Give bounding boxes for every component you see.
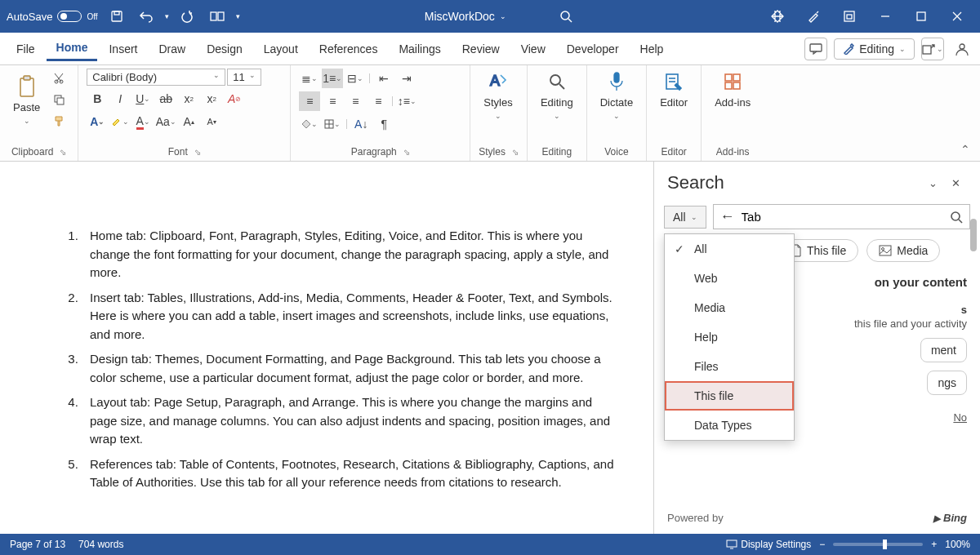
collapse-pane-button[interactable]: ⌄ — [921, 171, 944, 194]
chip-media[interactable]: Media — [866, 239, 940, 262]
tab-draw[interactable]: Draw — [149, 38, 195, 60]
font-name-select[interactable]: Calibri (Body)⌄ — [87, 69, 225, 86]
zoom-in-button[interactable]: + — [931, 539, 937, 550]
dropdown-item-help[interactable]: Help — [665, 322, 794, 352]
paste-button[interactable]: Paste ⌄ — [8, 69, 45, 131]
tab-mailings[interactable]: Mailings — [389, 38, 450, 60]
svg-text:A: A — [490, 73, 500, 89]
dropdown-item-data-types[interactable]: Data Types — [665, 411, 794, 440]
decrease-indent-button[interactable]: ⇤ — [373, 69, 394, 88]
dialog-launcher-icon[interactable]: ⬂ — [194, 148, 201, 157]
tab-home[interactable]: Home — [47, 36, 98, 61]
document-canvas[interactable]: Home tab: Clipboard, Font, Paragraph, St… — [0, 162, 653, 534]
maximize-button[interactable] — [905, 4, 938, 29]
search-icon[interactable] — [950, 211, 963, 224]
minimize-button[interactable] — [869, 4, 902, 29]
strikethrough-button[interactable]: ab — [155, 89, 176, 109]
tab-insert[interactable]: Insert — [99, 38, 147, 60]
search-input[interactable] — [742, 210, 943, 224]
increase-indent-button[interactable]: ⇥ — [396, 69, 417, 88]
qat-icon[interactable] — [207, 6, 228, 27]
editor-icon — [662, 70, 685, 93]
document-title[interactable]: MiscWorkDoc ⌄ — [425, 10, 506, 23]
scrollbar-thumb[interactable] — [970, 219, 977, 251]
underline-button[interactable]: U⌄ — [132, 89, 154, 109]
highlight-button[interactable]: ⌄ — [109, 112, 131, 131]
clear-formatting-button[interactable]: A⊘ — [224, 89, 245, 109]
tab-design[interactable]: Design — [197, 38, 252, 60]
bold-button[interactable]: B — [87, 89, 108, 109]
tab-review[interactable]: Review — [452, 38, 510, 60]
multilevel-button[interactable]: ⊟⌄ — [345, 69, 366, 88]
editing-mode-button[interactable]: Editing ⌄ — [834, 38, 915, 60]
display-settings-button[interactable]: Display Settings — [726, 539, 811, 550]
diamond-icon[interactable] — [761, 4, 794, 29]
redo-icon[interactable] — [177, 6, 198, 27]
numbering-button[interactable]: 1≡⌄ — [322, 69, 343, 88]
change-case-button[interactable]: Aa⌄ — [155, 112, 176, 131]
borders-button[interactable]: ⌄ — [322, 114, 343, 134]
show-marks-button[interactable]: ¶ — [373, 114, 394, 134]
tab-help[interactable]: Help — [630, 38, 674, 60]
align-right-button[interactable]: ≡ — [345, 91, 366, 111]
font-size-select[interactable]: 11⌄ — [227, 69, 261, 86]
collapse-ribbon-button[interactable]: ⌃ — [951, 138, 980, 161]
dropdown-item-all[interactable]: All — [665, 234, 794, 264]
grow-font-button[interactable]: A▴ — [178, 112, 199, 131]
subscript-button[interactable]: x2 — [178, 89, 199, 109]
close-button[interactable] — [941, 4, 973, 29]
dialog-launcher-icon[interactable]: ⬂ — [60, 148, 66, 157]
dropdown-item-this-file[interactable]: This file — [665, 381, 794, 411]
app-icon[interactable] — [833, 4, 866, 29]
close-pane-button[interactable]: ✕ — [944, 171, 967, 194]
italic-button[interactable]: I — [109, 89, 131, 109]
bullets-button[interactable]: ≣⌄ — [299, 69, 320, 88]
dropdown-item-files[interactable]: Files — [665, 352, 794, 381]
suggestion-chip[interactable]: ment — [920, 338, 967, 362]
align-center-button[interactable]: ≡ — [322, 91, 343, 111]
align-left-button[interactable]: ≡ — [299, 91, 320, 111]
dialog-launcher-icon[interactable]: ⬂ — [403, 148, 410, 157]
copy-button[interactable] — [48, 90, 69, 109]
undo-icon[interactable] — [136, 6, 157, 27]
word-count[interactable]: 704 words — [78, 539, 123, 550]
cut-button[interactable] — [48, 69, 69, 88]
search-scope-dropdown[interactable]: All ⌄ — [664, 206, 706, 229]
tab-references[interactable]: References — [310, 38, 388, 60]
editing-button[interactable]: Editing⌄ — [536, 69, 578, 122]
zoom-level[interactable]: 100% — [945, 539, 970, 550]
zoom-out-button[interactable]: − — [819, 539, 825, 550]
chevron-down-icon[interactable]: ▾ — [165, 12, 169, 20]
tab-view[interactable]: View — [511, 38, 555, 60]
font-color-button[interactable]: A⌄ — [132, 112, 154, 131]
autosave-toggle[interactable]: AutoSave Off — [7, 11, 98, 23]
tab-file[interactable]: File — [7, 38, 45, 60]
dialog-launcher-icon[interactable]: ⬂ — [512, 148, 519, 157]
dictate-button[interactable]: Dictate⌄ — [595, 69, 638, 122]
dropdown-item-web[interactable]: Web — [665, 264, 794, 293]
styles-button[interactable]: A Styles⌄ — [479, 69, 517, 122]
comments-button[interactable] — [804, 38, 827, 60]
tab-developer[interactable]: Developer — [557, 38, 629, 60]
shrink-font-button[interactable]: A▾ — [201, 112, 222, 131]
search-icon[interactable] — [555, 6, 577, 27]
zoom-slider[interactable] — [833, 543, 923, 546]
pen-icon[interactable] — [797, 4, 830, 29]
text-effects-button[interactable]: A⌄ — [87, 112, 108, 131]
shading-button[interactable]: ⌄ — [299, 114, 320, 134]
share-button[interactable]: ⌄ — [921, 38, 944, 60]
account-icon[interactable] — [951, 38, 973, 60]
line-spacing-button[interactable]: ↕≡⌄ — [396, 91, 417, 111]
justify-button[interactable]: ≡ — [368, 91, 389, 111]
tab-layout[interactable]: Layout — [254, 38, 308, 60]
dropdown-item-media[interactable]: Media — [665, 293, 794, 322]
editor-button[interactable]: Editor — [655, 69, 693, 110]
save-icon[interactable] — [106, 6, 127, 27]
sort-button[interactable]: A↓ — [350, 114, 372, 134]
suggestion-chip[interactable]: ngs — [927, 371, 967, 395]
page-indicator[interactable]: Page 7 of 13 — [10, 539, 65, 550]
format-painter-button[interactable] — [48, 111, 69, 131]
superscript-button[interactable]: x2 — [201, 89, 222, 109]
addins-button[interactable]: Add-ins — [710, 69, 755, 110]
back-arrow-icon[interactable]: ← — [720, 208, 735, 225]
